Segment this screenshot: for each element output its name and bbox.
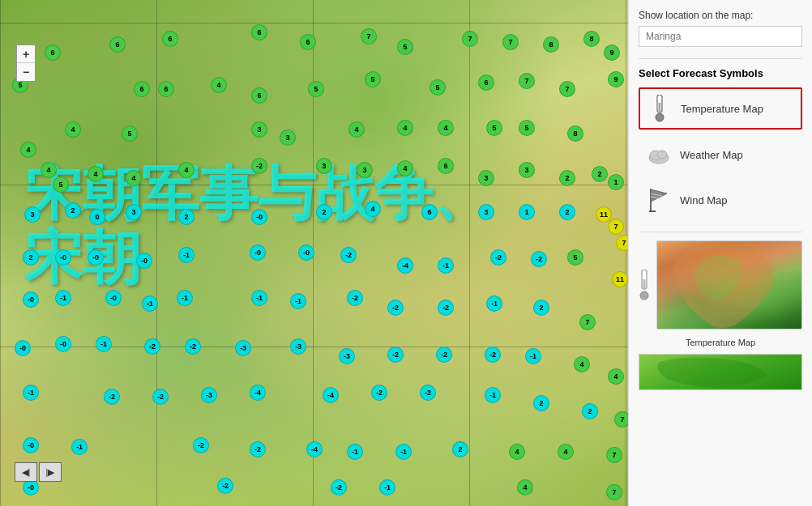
location-input[interactable] [639,26,802,47]
temp-dot: -0 [55,336,71,352]
temp-dot: 2 [559,170,575,186]
temp-dot: 5 [397,39,413,55]
forecast-option-weather[interactable]: Weather Map [639,134,802,175]
temp-dot: 11 [612,271,628,287]
forecast-option-wind[interactable]: Wind Map [639,180,802,220]
temp-dot: -2 [340,247,357,263]
temp-dot: 4 [178,162,194,178]
temp-dot: -2 [217,478,233,494]
temp-dot: 4 [348,121,365,138]
temp-dot: 4 [365,201,381,217]
temperature-map-thumbnail[interactable] [656,240,802,330]
temp-dot: 4 [517,479,533,495]
temp-dot: 4 [397,120,413,136]
temp-dot: 6 [134,81,150,97]
forecast-option-temperature[interactable]: Temperature Map [639,87,802,130]
temp-dot: 4 [41,162,57,178]
temp-dot: 6 [109,36,126,53]
forecast-temp-label: Temperature Map [681,103,763,115]
forecast-weather-label: Weather Map [680,149,743,161]
temp-dot: 4 [438,120,454,136]
temp-dot: 2 [533,300,549,316]
svg-rect-1 [659,103,661,113]
temp-dot: 8 [567,125,583,142]
svg-point-2 [656,113,664,121]
temp-dot: 5 [53,176,69,193]
temp-dot: -3 [339,348,355,364]
temp-dot: 3 [478,170,494,186]
temp-dot: -2 [387,347,404,363]
temp-dot: -1 [486,296,502,312]
thermometer-icon [647,94,673,123]
location-label: Show location on the map: [639,10,802,21]
zoom-in-button[interactable]: + [17,45,35,63]
forecast-wind-label: Wind Map [680,194,728,206]
temp-dot: 6 [438,158,454,174]
temp-dot: 1 [608,174,624,190]
temp-dot: -0 [105,290,122,306]
temp-dot: -1 [251,290,267,306]
temp-dot: -2 [438,300,454,316]
temp-dot: -1 [96,336,112,352]
temp-dot: -1 [525,348,541,364]
temp-dot: 2 [23,249,39,266]
temp-dot: 4 [126,170,142,186]
temp-dot: -2 [531,251,547,267]
svg-rect-12 [643,279,646,289]
temp-dot: -0 [15,340,31,356]
temp-dot: -2 [250,441,266,457]
temp-dot: -1 [55,290,71,306]
nav-next-button[interactable]: |▶ [39,462,62,482]
forecast-section: Select Forecast Symbols Temperature Map [639,67,802,220]
location-section: Show location on the map: [639,10,802,47]
temp-dot: 3 [316,158,332,174]
thumbnail-section: Temperature Map [639,240,802,390]
temp-dot: 6 [45,45,61,61]
temp-dot: 0 [89,209,105,225]
temp-dot: 5 [122,125,138,142]
temp-dot: 7 [462,31,478,47]
temp-dot: -4 [306,441,323,457]
temp-dot: 2 [559,204,575,220]
temp-dot: 2 [452,441,468,457]
temp-dot: -2 [104,389,120,405]
temp-dot: -1 [178,247,194,263]
second-map-thumbnail[interactable] [639,354,802,390]
forecast-title: Select Forecast Symbols [639,67,802,79]
temp-dot: 6 [158,81,174,97]
zoom-out-button[interactable]: − [17,63,35,81]
section-divider [639,58,802,59]
temp-dot: 7 [606,484,622,500]
temp-dot: -0 [298,244,314,261]
temp-dot: 4 [558,444,574,460]
temp-dot: 7 [559,81,575,97]
temp-dot: 4 [397,160,413,176]
temp-dot: -3 [290,338,306,355]
temp-dot: -1 [379,479,395,495]
temp-dot: 6 [162,31,178,47]
temp-dot: -1 [23,385,39,401]
temp-dot: -2 [420,385,436,401]
temp-dot: 3 [478,204,494,220]
section-divider-2 [639,232,802,232]
temp-dot: 5 [430,79,446,96]
temp-dot: 5 [486,120,502,136]
temp-dot: 3 [280,130,296,146]
temp-dot: 2 [592,166,608,182]
temp-dot: -2 [371,385,387,401]
temp-dot: 6 [251,24,267,40]
temp-dot: -2 [193,437,209,453]
temp-dot: -0 [55,249,71,266]
temp-dot: 1 [519,204,535,220]
nav-prev-button[interactable]: ◀| [15,462,37,482]
thermo-large-icon [639,270,650,304]
temp-dot: 3 [357,162,373,178]
temp-dot: 5 [365,71,381,87]
temp-dot: -1 [485,387,501,403]
temp-dot: -1 [347,444,363,460]
nav-controls: ◀| |▶ [15,462,62,482]
temp-dot: -0 [136,253,152,269]
temp-dot: 7 [502,34,519,50]
temp-dot: 8 [543,36,559,53]
temp-dot: -2 [387,300,404,316]
